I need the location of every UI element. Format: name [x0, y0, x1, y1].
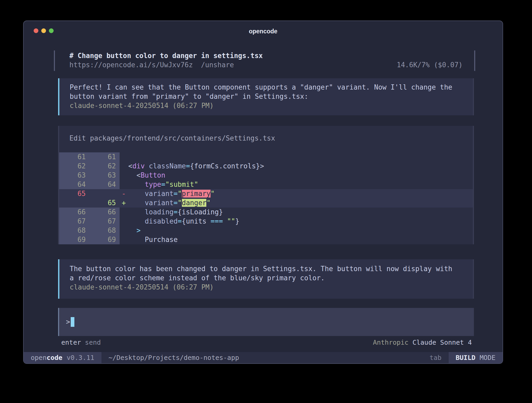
- opencode-window: opencode # Change button color to danger…: [23, 20, 503, 364]
- mode-indicator: BUILD MODE: [449, 352, 503, 363]
- assistant-message: Perfect! I can see that the Button compo…: [58, 78, 474, 115]
- message-line: a red/rose color scheme instead of the b…: [70, 273, 473, 283]
- title-bar: opencode: [24, 21, 503, 37]
- prompt-symbol: >: [66, 317, 70, 327]
- diff-row: 6262<div className={formCs.controls}>: [59, 162, 473, 171]
- diff-row: 6161: [59, 152, 473, 162]
- diff-row: 65- variant="primary": [59, 189, 473, 198]
- message-line: The button color has been changed to dan…: [70, 264, 473, 273]
- assistant-message: The button color has been changed to dan…: [58, 259, 474, 299]
- status-bar: opencode v0.3.11 ~/Desktop/Projects/demo…: [24, 352, 503, 363]
- share-url[interactable]: https://opencode.ai/s/UwJxv76z: [69, 61, 193, 69]
- enter-hint: enter send: [61, 338, 101, 347]
- session-title: # Change button color to danger in setti…: [69, 51, 474, 60]
- edit-tool-block: Edit packages/frontend/src/containers/Se…: [58, 126, 474, 244]
- diff-row: 6363 <Button: [59, 171, 473, 180]
- edit-file-path: Edit packages/frontend/src/containers/Se…: [59, 126, 473, 143]
- token-usage: 14.6K/7% ($0.07): [397, 60, 463, 70]
- hint-row: enter send Anthropic Claude Sonnet 4: [61, 338, 472, 347]
- diff-row: 6464 type="submit": [59, 180, 473, 189]
- project-path: ~/Desktop/Projects/demo-notes-app: [109, 352, 430, 363]
- prompt-input[interactable]: >: [58, 308, 474, 336]
- text-cursor: [71, 317, 74, 327]
- model-indicator: Anthropic Claude Sonnet 4: [373, 338, 472, 347]
- model-timestamp: claude-sonnet-4-20250514 (06:27 PM): [70, 283, 473, 292]
- message-line: Perfect! I can see that the Button compo…: [70, 83, 473, 92]
- app-version-segment: opencode v0.3.11: [24, 352, 101, 363]
- diff-row: 6767 disabled={units === ""}: [59, 217, 473, 226]
- diff-row: 6969 Purchase: [59, 235, 473, 244]
- diff-row: 6868 >: [59, 226, 473, 235]
- unshare-command[interactable]: /unshare: [201, 61, 234, 69]
- session-header: # Change button color to danger in setti…: [54, 50, 475, 71]
- diff-row: 6666 loading={isLoading}: [59, 208, 473, 217]
- diff: 61616262<div className={formCs.controls}…: [59, 152, 473, 244]
- model-timestamp: claude-sonnet-4-20250514 (06:27 PM): [70, 101, 473, 110]
- message-line: button variant from "primary" to "danger…: [70, 92, 473, 101]
- window-title: opencode: [24, 27, 503, 36]
- tab-key-hint: tab: [429, 352, 441, 363]
- diff-row: 65+ variant="danger": [59, 198, 473, 208]
